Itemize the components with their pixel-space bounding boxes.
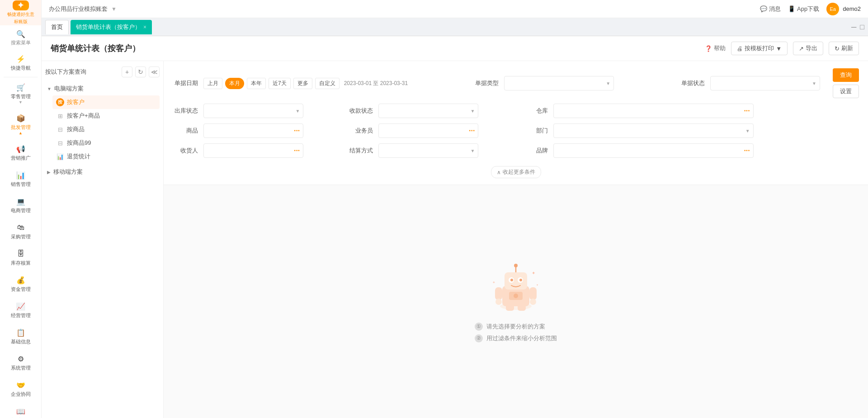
- sidebar-item-enterprise[interactable]: 🤝 企业协同: [0, 376, 41, 402]
- svg-point-4: [514, 264, 518, 267]
- system-icon: ⚙: [16, 354, 25, 363]
- settlement-select[interactable]: [378, 143, 478, 158]
- svg-point-11: [495, 299, 502, 305]
- collapse-up-icon: ∧: [497, 169, 501, 176]
- sidebar-item-marketing[interactable]: 📢 营销推广: [0, 140, 41, 166]
- sidebar-item-purchase[interactable]: 🛍 采购管理: [0, 218, 41, 245]
- scheme-table2-icon: ⊟: [56, 139, 64, 147]
- scheme-item-by-customer[interactable]: 按 按客户: [52, 95, 160, 109]
- query-button[interactable]: 查询: [833, 68, 859, 82]
- help-icon: ❓: [705, 45, 712, 52]
- out-status-select[interactable]: [203, 104, 303, 118]
- mobile-arrow-icon: ▶: [47, 170, 51, 175]
- sidebar: ✦ 畅捷通好生意 标账版 🔍 搜索菜单 ⚡ 快捷导航 🛒 零售管理 ▼ 📦 批发…: [0, 0, 42, 418]
- sidebar-item-system[interactable]: ⚙ 系统管理: [0, 350, 41, 376]
- brand-select-wrap: ···: [553, 143, 754, 158]
- sidebar-item-newguide[interactable]: 📖 新手引导: [0, 402, 41, 418]
- warehouse-select[interactable]: [553, 104, 754, 118]
- tab-home[interactable]: 首页: [45, 20, 69, 34]
- page-body: 按以下方案查询 + ↻ ≪ ▼ 电脑端方案: [42, 61, 868, 418]
- sidebar-item-sales[interactable]: 📊 销售管理: [0, 166, 41, 192]
- this-month-button[interactable]: 本月: [225, 78, 244, 89]
- app-download-button[interactable]: 📱 App下载: [788, 5, 819, 13]
- custom-date-button[interactable]: 自定义: [315, 78, 340, 89]
- window-maximize-button[interactable]: □: [860, 23, 864, 31]
- scheme-item-by-product[interactable]: ⊟ 按商品: [52, 123, 160, 136]
- user-profile[interactable]: Ea demo2: [826, 3, 861, 15]
- sidebar-item-label: 企业协同: [11, 391, 31, 398]
- print-button[interactable]: 🖨 按模板打印 ▼: [731, 42, 788, 55]
- more-date-button[interactable]: 更多: [293, 78, 312, 89]
- refresh-icon: ↻: [835, 45, 840, 52]
- help-button[interactable]: ❓ 帮助: [705, 44, 726, 52]
- tab-close-button[interactable]: ×: [143, 24, 146, 30]
- department-label: 部门: [523, 127, 548, 135]
- sidebar-item-basic[interactable]: 📋 基础信息: [0, 323, 41, 350]
- print-icon: 🖨: [737, 45, 743, 52]
- sidebar-item-label: 销售管理: [11, 181, 31, 188]
- sidebar-search[interactable]: 🔍 搜索菜单: [0, 25, 41, 50]
- download-icon: 📱: [788, 5, 795, 12]
- last7days-button[interactable]: 近7天: [269, 78, 291, 89]
- active-scheme-icon: 按: [56, 98, 64, 106]
- newguide-icon: 📖: [16, 407, 25, 416]
- ecommerce-icon: 💻: [16, 197, 25, 206]
- out-status-select-wrap: ▼: [203, 104, 303, 118]
- order-type-select[interactable]: [504, 76, 614, 90]
- product-select[interactable]: [203, 124, 303, 138]
- empty-tip-2: ② 用过滤条件来缩小分析范围: [475, 334, 557, 342]
- tab-sales-stats[interactable]: 销货单统计表（按客户） ×: [71, 20, 152, 34]
- export-icon: ↗: [799, 45, 804, 52]
- svg-rect-10: [529, 287, 537, 300]
- salesperson-select[interactable]: [378, 124, 478, 138]
- sidebar-item-retail[interactable]: 🛒 零售管理 ▼: [0, 78, 41, 109]
- svg-text:✦: ✦: [536, 284, 538, 286]
- sidebar-item-label: 采购管理: [11, 233, 31, 240]
- mobile-scheme-header[interactable]: ▶ 移动端方案: [45, 165, 160, 179]
- svg-rect-15: [506, 304, 514, 311]
- sidebar-item-label: 系统管理: [11, 365, 31, 371]
- department-select[interactable]: [553, 124, 754, 138]
- scheme-chart-icon: 📊: [56, 152, 64, 161]
- sidebar-item-ecommerce[interactable]: 💻 电商管理: [0, 192, 41, 218]
- desktop-scheme-header[interactable]: ▼ 电脑端方案: [45, 82, 160, 95]
- message-button[interactable]: 💬 消息: [760, 5, 781, 13]
- scheme-item-return-stats[interactable]: 📊 退货统计: [52, 150, 160, 163]
- order-status-select[interactable]: [710, 76, 820, 90]
- sidebar-item-wholesale[interactable]: 📦 批发管理 ▲: [0, 109, 41, 140]
- svg-point-12: [530, 299, 536, 305]
- window-minimize-button[interactable]: ─: [851, 23, 856, 31]
- scheme-item-by-customer-product[interactable]: ⊞ 按客户+商品: [52, 109, 160, 123]
- enterprise-icon: 🤝: [16, 380, 25, 390]
- sidebar-item-label: 库存核算: [11, 260, 31, 266]
- settings-button[interactable]: 设置: [833, 85, 859, 98]
- filter-row-1: 单据日期 上月 本月 本年 近7天 更多 自定义 2023-03-01 至 20…: [173, 68, 859, 98]
- order-status-label: 单据状态: [679, 79, 705, 87]
- svg-rect-16: [518, 304, 526, 311]
- refresh-button[interactable]: ↻ 刷新: [829, 42, 859, 55]
- page-actions: ❓ 帮助 🖨 按模板打印 ▼ ↗ 导出 ↻: [705, 42, 859, 55]
- last-month-button[interactable]: 上月: [203, 78, 222, 89]
- export-button[interactable]: ↗ 导出: [793, 42, 823, 55]
- sidebar-item-operation[interactable]: 📈 经营管理: [0, 297, 41, 323]
- receiver-select[interactable]: [203, 143, 303, 158]
- receive-status-select[interactable]: [378, 104, 478, 118]
- sidebar-item-label: 资金管理: [11, 286, 31, 293]
- collapse-scheme-button[interactable]: ≪: [149, 66, 160, 77]
- tab-bar: 首页 销货单统计表（按客户） × ─ □: [42, 18, 868, 36]
- this-year-button[interactable]: 本年: [247, 78, 266, 89]
- brand-select[interactable]: [553, 143, 754, 158]
- desktop-arrow-icon: ▼: [47, 86, 52, 91]
- breadcrumb: 办公用品行业模拟账套 ▼: [49, 5, 117, 13]
- refresh-scheme-button[interactable]: ↻: [135, 66, 146, 77]
- sidebar-item-quick-nav[interactable]: ⚡ 快捷导航: [0, 50, 41, 76]
- sidebar-item-finance[interactable]: 💰 资金管理: [0, 271, 41, 297]
- scheme-item-by-product-99[interactable]: ⊟ 按商品99: [52, 136, 160, 150]
- top-bar-right: 💬 消息 📱 App下载 Ea demo2: [760, 3, 861, 15]
- add-scheme-button[interactable]: +: [122, 66, 132, 77]
- message-icon: 💬: [760, 5, 767, 12]
- left-panel-actions: + ↻ ≪: [122, 66, 160, 77]
- svg-text:✦: ✦: [492, 280, 495, 285]
- collapse-button[interactable]: ∧ 收起更多条件: [491, 166, 541, 178]
- sidebar-item-inventory[interactable]: 🗄 库存核算: [0, 245, 41, 271]
